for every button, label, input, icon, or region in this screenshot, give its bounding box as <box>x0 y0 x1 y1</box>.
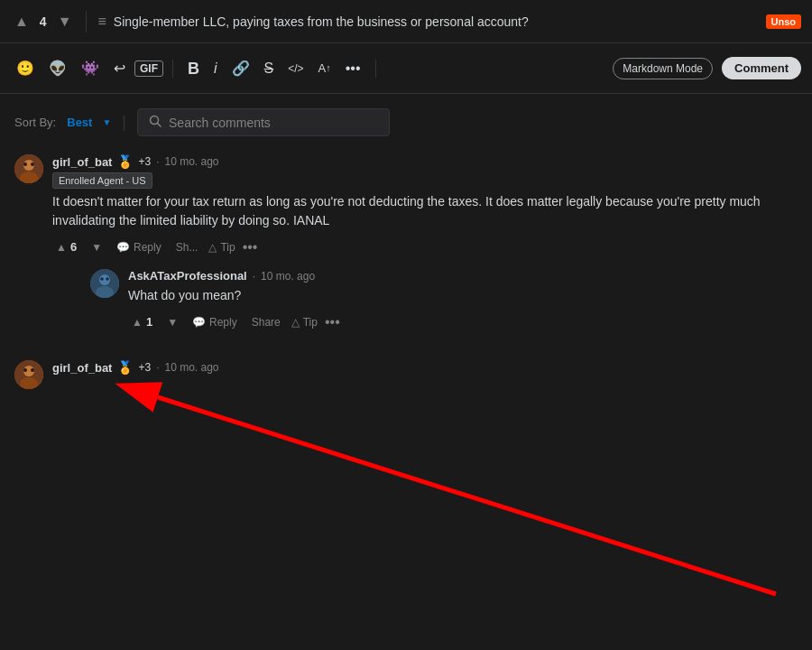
avatar <box>14 154 43 183</box>
dot-separator-3: · <box>156 361 159 374</box>
comment-item: girl_of_bat 🏅 +3 · 10 mo. ago Enrolled A… <box>14 154 798 346</box>
nested-comment-time: 10 mo. ago <box>261 270 315 283</box>
nested-comment-body: AskATaxProfessional · 10 mo. ago What do… <box>128 269 798 331</box>
upvote-comment-button[interactable]: ▲ 6 <box>52 237 80 256</box>
nested-tip-icon: △ <box>291 316 300 329</box>
gif-button[interactable]: GIF <box>134 60 163 77</box>
nested-comment-actions: ▲ 1 ▼ 💬 Reply Share <box>128 312 798 331</box>
comment-vote-count: 6 <box>70 240 77 254</box>
svg-point-10 <box>100 277 104 281</box>
search-box <box>137 108 390 136</box>
user-flair: Enrolled Agent - US <box>52 172 152 189</box>
heading-button[interactable]: A↑ <box>313 59 337 78</box>
tip-icon: △ <box>208 241 217 254</box>
reply-icon: 💬 <box>116 241 130 254</box>
comment-time-3: 10 mo. ago <box>165 361 219 374</box>
author-award-icon: 🏅 <box>117 154 133 169</box>
tip-label: Tip <box>220 241 235 254</box>
comment-author: girl_of_bat <box>52 155 112 169</box>
comment-author-3: girl_of_bat <box>52 361 112 375</box>
code-button[interactable]: </> <box>282 60 309 78</box>
nested-vote-count: 1 <box>146 315 152 329</box>
nested-share-label: Share <box>252 316 281 329</box>
top-bar: ▲ 4 ▼ ≡ Single-member LLC, paying taxes … <box>0 0 812 43</box>
nested-comment-meta: AskATaxProfessional · 10 mo. ago <box>128 269 798 283</box>
reply-label: Reply <box>134 241 161 254</box>
dot-separator: · <box>156 155 159 168</box>
sort-value: Best <box>67 116 92 129</box>
comment-item-3: girl_of_bat 🏅 +3 · 10 mo. ago <box>14 360 798 389</box>
more-options-button[interactable]: ••• <box>243 239 258 255</box>
nested-upvote-button[interactable]: ▲ 1 <box>128 312 156 331</box>
search-input[interactable] <box>169 116 378 130</box>
nested-reply-icon: 💬 <box>192 316 206 329</box>
nested-tip-button[interactable]: △ Tip <box>291 316 318 329</box>
more-format-button[interactable]: ••• <box>340 58 366 79</box>
comment-body: girl_of_bat 🏅 +3 · 10 mo. ago Enrolled A… <box>52 154 798 346</box>
author-award-icon-3: 🏅 <box>117 360 133 375</box>
downvote-comment-button[interactable]: ▼ <box>88 238 106 256</box>
post-type-icon: ≡ <box>97 14 106 30</box>
comment-meta-3: girl_of_bat 🏅 +3 · 10 mo. ago <box>52 360 798 375</box>
sort-chevron-icon: ▼ <box>102 117 111 127</box>
nested-comment-item: AskATaxProfessional · 10 mo. ago What do… <box>90 269 798 331</box>
svg-point-6 <box>31 162 34 166</box>
nested-dot-separator: · <box>253 270 255 283</box>
nested-share-button[interactable]: Share <box>248 313 284 331</box>
share-label: Sh... <box>176 241 198 254</box>
svg-point-5 <box>23 162 27 166</box>
toolbar-separator-2 <box>375 60 376 78</box>
vote-count: 4 <box>40 14 47 29</box>
undo-button[interactable]: ↩ <box>108 58 131 79</box>
nested-reply-button[interactable]: 💬 Reply <box>189 313 241 331</box>
editor-toolbar: 🙂 👽 👾 ↩ GIF B i 🔗 S </> A↑ ••• Markdown … <box>0 43 812 94</box>
comment-body-3: girl_of_bat 🏅 +3 · 10 mo. ago <box>52 360 798 389</box>
toolbar-separator-1 <box>172 60 173 78</box>
comment-actions: ▲ 6 ▼ 💬 Reply Sh... △ Tip ••• <box>52 237 798 256</box>
sort-by-control[interactable]: Sort By: Best ▼ <box>14 116 111 129</box>
italic-button[interactable]: i <box>208 58 223 79</box>
nested-comment-author: AskATaxProfessional <box>128 269 247 283</box>
comments-section: Sort By: Best ▼ | <box>0 94 812 389</box>
comment-text: It doesn't matter for your tax return as… <box>52 192 798 230</box>
comment-time: 10 mo. ago <box>165 155 219 168</box>
nested-tip-label: Tip <box>303 316 318 329</box>
author-karma: +3 <box>138 155 151 168</box>
reply-button[interactable]: 💬 Reply <box>113 238 165 256</box>
nested-downvote-button[interactable]: ▼ <box>163 313 181 331</box>
svg-point-15 <box>23 368 27 372</box>
nested-reply-label: Reply <box>209 316 237 329</box>
nested-more-options-button[interactable]: ••• <box>325 314 340 330</box>
svg-line-18 <box>158 397 776 594</box>
nested-comment-text: What do you mean? <box>128 286 798 305</box>
alien-button[interactable]: 👾 <box>76 58 105 79</box>
separator <box>86 11 87 32</box>
sort-search-bar: Sort By: Best ▼ | <box>14 108 798 136</box>
share-button[interactable]: Sh... <box>172 238 202 256</box>
search-icon <box>149 115 161 130</box>
nested-downvote-icon: ▼ <box>167 316 178 329</box>
link-button[interactable]: 🔗 <box>226 58 255 79</box>
post-title: Single-member LLC, paying taxes from the… <box>114 14 759 29</box>
downvote-icon: ▼ <box>91 241 102 254</box>
avatar-3 <box>14 360 43 389</box>
nested-avatar <box>90 269 119 298</box>
upvote-icon: ▲ <box>56 241 67 254</box>
sort-label: Sort By: <box>14 116 56 129</box>
comment-submit-button[interactable]: Comment <box>722 57 801 79</box>
upvote-button[interactable]: ▲ <box>11 12 32 32</box>
comment-meta: girl_of_bat 🏅 +3 · 10 mo. ago <box>52 154 798 169</box>
markdown-mode-button[interactable]: Markdown Mode <box>613 58 713 79</box>
strikethrough-button[interactable]: S <box>259 58 280 79</box>
tip-button[interactable]: △ Tip <box>208 241 235 254</box>
emoji-button[interactable]: 🙂 <box>11 58 40 79</box>
svg-line-1 <box>158 124 161 127</box>
author-karma-3: +3 <box>138 361 151 374</box>
reddit-face-button[interactable]: 👽 <box>43 58 72 79</box>
nested-upvote-icon: ▲ <box>132 316 143 329</box>
downvote-button[interactable]: ▼ <box>54 12 76 32</box>
post-flair: Unso <box>766 14 802 29</box>
svg-point-16 <box>31 368 34 372</box>
svg-point-11 <box>106 277 109 281</box>
bold-button[interactable]: B <box>182 57 205 80</box>
